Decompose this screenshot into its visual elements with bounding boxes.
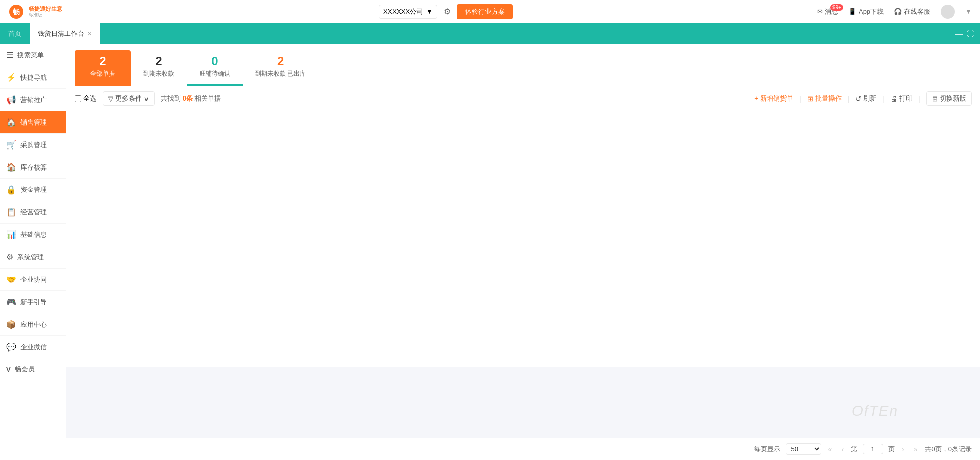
stat-wangfu-number: 0 — [211, 54, 218, 68]
tab-minimize-icon[interactable]: — — [955, 30, 963, 38]
apps-icon: 📦 — [6, 320, 16, 329]
stat-tab-overdue[interactable]: 2 到期未收款 — [131, 50, 187, 86]
new-order-button[interactable]: + 新增销货单 — [754, 94, 793, 103]
found-text: 共找到 0条 相关单据 — [161, 94, 221, 103]
stat-tab-wangfu[interactable]: 0 旺辅待确认 — [187, 50, 243, 86]
toolbar-left: 全选 ▽ 更多条件 ∨ 共找到 0条 相关单据 — [75, 91, 748, 106]
user-arrow[interactable]: ▼ — [965, 8, 972, 15]
first-page-button[interactable]: « — [826, 444, 835, 454]
logo-name: 畅捷通好生意 — [29, 5, 62, 12]
print-button[interactable]: 🖨 打印 — [891, 94, 913, 103]
wechat-icon: 💬 — [6, 342, 16, 352]
sidebar-item-search[interactable]: ☰ 搜索菜单 — [0, 44, 66, 66]
tab-maximize-icon[interactable]: ⛶ — [967, 30, 974, 38]
page-prefix: 第 — [851, 445, 857, 454]
finance-icon: 🔒 — [6, 185, 16, 195]
select-all-label: 全选 — [83, 94, 96, 103]
sidebar-item-apps[interactable]: 📦 应用中心 — [0, 313, 66, 336]
sidebar-operation-label: 经营管理 — [20, 208, 47, 217]
sidebar-item-finance[interactable]: 🔒 资金管理 — [0, 179, 66, 201]
app-download-item[interactable]: 📱 App下载 — [848, 7, 884, 16]
tab-workbench-label: 钱货日清工作台 — [38, 29, 84, 38]
sidebar-item-marketing[interactable]: 📢 营销推广 — [0, 89, 66, 111]
page-number-input[interactable] — [863, 444, 883, 454]
header-center: XXXXXX公司 ▼ ⚙ 体验行业方案 — [379, 4, 513, 19]
stat-tab-all[interactable]: 2 全部单据 — [75, 50, 131, 86]
print-icon: 🖨 — [891, 95, 897, 103]
found-suffix: 相关单据 — [194, 94, 221, 102]
phone-icon: 📱 — [848, 8, 856, 15]
page-size-label: 每页显示 — [754, 445, 780, 454]
sidebar-item-sales[interactable]: 🏠 销售管理 — [0, 111, 66, 134]
sidebar-sales-label: 销售管理 — [20, 118, 47, 127]
toolbar: 全选 ▽ 更多条件 ∨ 共找到 0条 相关单据 + 新增销货单 | ⊞ — [66, 86, 980, 111]
dropdown-icon: ▼ — [426, 8, 433, 15]
stat-shipped-number: 2 — [277, 54, 284, 68]
sidebar-basic-label: 基础信息 — [20, 230, 47, 239]
quicknav-icon: ⚡ — [6, 72, 16, 82]
refresh-label: 刷新 — [863, 94, 876, 103]
enterprise-icon: 🤝 — [6, 275, 16, 284]
switch-icon: ⊞ — [932, 95, 938, 103]
member-icon: V — [6, 366, 11, 373]
system-icon: ⚙ — [6, 252, 13, 262]
sidebar-item-basic[interactable]: 📊 基础信息 — [0, 224, 66, 246]
marketing-icon: 📢 — [6, 95, 16, 105]
message-item[interactable]: ✉ 消息 99+ — [817, 7, 838, 16]
sidebar-search-label: 搜索菜单 — [17, 51, 44, 60]
refresh-button[interactable]: ↺ 刷新 — [855, 94, 876, 103]
next-page-button[interactable]: › — [900, 444, 906, 454]
sidebar-item-purchase[interactable]: 🛒 采购管理 — [0, 134, 66, 156]
tab-home[interactable]: 首页 — [0, 23, 30, 44]
sidebar-item-inventory[interactable]: 🏠 库存核算 — [0, 156, 66, 179]
toolbar-right: + 新增销货单 | ⊞ 批量操作 | ↺ 刷新 | 🖨 打印 | ⊞ — [754, 91, 972, 106]
filter-icon: ▽ — [108, 95, 113, 103]
sidebar-item-quicknav[interactable]: ⚡ 快捷导航 — [0, 66, 66, 89]
page-size-select[interactable]: 50 10 20 100 — [786, 443, 821, 455]
select-all-input[interactable] — [75, 95, 81, 102]
online-service-item[interactable]: 🎧 在线客服 — [894, 7, 930, 16]
pagination-bar: 每页显示 50 10 20 100 « ‹ 第 页 › » 共0页，0条记录 — [66, 438, 980, 460]
switch-version-button[interactable]: ⊞ 切换新版 — [926, 91, 972, 106]
stats-tabs: 2 全部单据 2 到期未收款 0 旺辅待确认 2 到期未收款 已出库 — [66, 44, 980, 86]
top-header: 畅 畅捷通好生意 标准版 XXXXXX公司 ▼ ⚙ 体验行业方案 ✉ 消息 99… — [0, 0, 980, 23]
tab-close-icon[interactable]: ✕ — [87, 31, 92, 37]
filter-arrow: ∨ — [144, 95, 149, 103]
sidebar-item-operation[interactable]: 📋 经营管理 — [0, 201, 66, 224]
sidebar-item-wechat[interactable]: 💬 企业微信 — [0, 336, 66, 358]
sidebar-enterprise-label: 企业协同 — [20, 275, 47, 284]
batch-ops-button[interactable]: ⊞ 批量操作 — [807, 94, 842, 103]
operation-icon: 📋 — [6, 207, 16, 217]
sidebar-item-guide[interactable]: 🎮 新手引导 — [0, 291, 66, 313]
message-badge: 99+ — [830, 4, 843, 11]
sales-icon: 🏠 — [6, 117, 16, 127]
prev-page-button[interactable]: ‹ — [839, 444, 846, 454]
empty-state — [66, 111, 980, 356]
sidebar: ☰ 搜索菜单 ⚡ 快捷导航 📢 营销推广 🏠 销售管理 🛒 采购管理 🏠 库存核… — [0, 44, 66, 460]
last-page-button[interactable]: » — [912, 444, 920, 454]
stat-tab-shipped[interactable]: 2 到期未收款 已出库 — [243, 50, 318, 86]
company-selector[interactable]: XXXXXX公司 ▼ — [379, 5, 437, 19]
tab-home-label: 首页 — [8, 29, 21, 38]
logo-version: 标准版 — [29, 12, 62, 18]
settings-icon[interactable]: ⚙ — [444, 7, 451, 16]
filter-label: 更多条件 — [115, 94, 142, 103]
logo-area: 畅 畅捷通好生意 标准版 — [8, 4, 75, 20]
tab-workbench[interactable]: 钱货日清工作台 ✕ — [30, 23, 100, 44]
select-all-checkbox[interactable]: 全选 — [75, 94, 96, 103]
logo-icon: 畅 — [8, 4, 24, 20]
sidebar-finance-label: 资金管理 — [20, 185, 47, 195]
sidebar-item-member[interactable]: V 畅会员 — [0, 358, 66, 380]
sidebar-apps-label: 应用中心 — [20, 320, 47, 329]
online-service-label: 在线客服 — [904, 7, 930, 16]
company-name: XXXXXX公司 — [383, 7, 423, 16]
user-avatar[interactable] — [941, 5, 955, 19]
svg-text:畅: 畅 — [13, 8, 20, 16]
sidebar-system-label: 系统管理 — [17, 253, 44, 262]
content-area: 2 全部单据 2 到期未收款 0 旺辅待确认 2 到期未收款 已出库 全选 — [66, 44, 980, 460]
sidebar-item-enterprise[interactable]: 🤝 企业协同 — [0, 269, 66, 291]
sidebar-item-system[interactable]: ⚙ 系统管理 — [0, 246, 66, 269]
experience-button[interactable]: 体验行业方案 — [457, 4, 513, 19]
sidebar-marketing-label: 营销推广 — [20, 95, 47, 105]
filter-button[interactable]: ▽ 更多条件 ∨ — [103, 91, 155, 106]
